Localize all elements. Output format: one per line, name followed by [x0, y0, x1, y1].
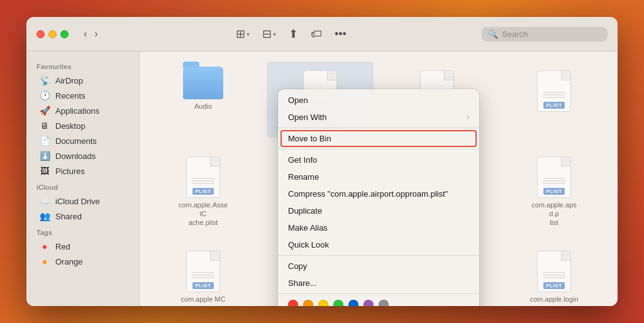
- sidebar-item-airdrop[interactable]: 📡 AirDrop: [29, 73, 136, 88]
- favourites-section-title: Favourites: [26, 58, 139, 73]
- ctx-separator-4: [278, 293, 479, 294]
- color-dot-purple[interactable]: [364, 300, 374, 306]
- downloads-icon: ⬇️: [39, 151, 50, 161]
- tags-section-title: Tags: [26, 224, 139, 239]
- share-button[interactable]: ⬆: [285, 25, 302, 43]
- icloud-section-title: iCloud: [26, 178, 139, 194]
- ctx-quick-look-label: Quick Look: [288, 240, 329, 249]
- tag-icon: 🏷: [311, 28, 322, 41]
- recents-icon: 🕐: [39, 90, 50, 101]
- applications-icon: 🚀: [39, 106, 50, 116]
- context-menu: Open Open With › Move to Bin Get Info Re…: [278, 89, 479, 306]
- sidebar-item-label: Shared: [55, 212, 82, 221]
- more-button[interactable]: •••: [331, 25, 350, 43]
- ctx-make-alias[interactable]: Make Alias: [278, 219, 479, 236]
- ctx-quick-look[interactable]: Quick Look: [278, 236, 479, 253]
- sidebar-item-label: Red: [55, 242, 70, 251]
- color-dot-gray[interactable]: [379, 300, 389, 306]
- ctx-separator-2: [278, 149, 479, 150]
- sidebar-item-label: Applications: [55, 106, 99, 116]
- ctx-open[interactable]: Open: [278, 92, 479, 109]
- ctx-rename[interactable]: Rename: [278, 168, 479, 185]
- chevron-down-icon: ▾: [273, 31, 276, 38]
- ctx-duplicate[interactable]: Duplicate: [278, 202, 479, 219]
- view-grid-button[interactable]: ⊞ ▾: [232, 25, 253, 43]
- ctx-compress-label: Compress "com.apple.airport.opproam.plis…: [288, 189, 448, 199]
- back-button[interactable]: ‹: [81, 27, 89, 41]
- color-dot-row: [278, 296, 479, 306]
- finder-window: ‹ › ⊞ ▾ ⊟ ▾ ⬆ 🏷 ••• 🔍 Search: [26, 17, 618, 306]
- color-dot-blue[interactable]: [348, 300, 358, 306]
- forward-button[interactable]: ›: [92, 27, 100, 41]
- titlebar: ‹ › ⊞ ▾ ⊟ ▾ ⬆ 🏷 ••• 🔍 Search: [26, 17, 618, 52]
- ctx-separator-1: [278, 128, 479, 128]
- sidebar-item-documents[interactable]: 📄 Documents: [29, 133, 136, 148]
- ctx-share-label: Share...: [288, 278, 317, 288]
- desktop-icon: 🖥: [39, 121, 50, 131]
- grid-icon: ⊞: [236, 27, 245, 41]
- shared-icon: 👥: [39, 211, 50, 221]
- color-dot-orange[interactable]: [303, 300, 313, 306]
- sidebar-item-icloud-drive[interactable]: ☁️ iCloud Drive: [29, 194, 136, 209]
- sidebar-item-desktop[interactable]: 🖥 Desktop: [29, 118, 136, 133]
- ellipsis-icon: •••: [335, 28, 347, 41]
- ctx-get-info[interactable]: Get Info: [278, 151, 479, 168]
- color-dot-red[interactable]: [288, 300, 298, 306]
- color-dot-yellow[interactable]: [318, 300, 328, 306]
- airdrop-icon: 📡: [39, 75, 50, 85]
- minimize-button[interactable]: [48, 30, 57, 38]
- close-button[interactable]: [36, 30, 45, 38]
- sidebar-item-pictures[interactable]: 🖼 Pictures: [29, 163, 136, 178]
- window-body: Favourites 📡 AirDrop 🕐 Recents 🚀 Applica…: [26, 52, 618, 306]
- tag-button[interactable]: 🏷: [307, 25, 326, 43]
- chevron-right-icon: ›: [467, 114, 469, 121]
- ctx-copy-label: Copy: [288, 261, 307, 271]
- sidebar-item-recents[interactable]: 🕐 Recents: [29, 88, 136, 103]
- list-icon: ⊟: [262, 27, 272, 41]
- color-dot-green[interactable]: [333, 300, 343, 306]
- sidebar-item-label: Desktop: [55, 121, 86, 131]
- sidebar-item-label: Pictures: [55, 167, 85, 176]
- ctx-open-label: Open: [288, 96, 308, 105]
- ctx-copy[interactable]: Copy: [278, 258, 479, 275]
- sidebar-item-label: Downloads: [55, 151, 96, 161]
- sidebar-item-label: Documents: [55, 136, 97, 146]
- search-placeholder: Search: [502, 30, 528, 39]
- sidebar-item-red-tag[interactable]: ● Red: [29, 239, 136, 254]
- ctx-duplicate-label: Duplicate: [288, 206, 322, 216]
- pictures-icon: 🖼: [39, 166, 50, 176]
- ctx-get-info-label: Get Info: [288, 155, 317, 165]
- icloud-icon: ☁️: [39, 196, 50, 206]
- sidebar-item-label: iCloud Drive: [55, 197, 100, 206]
- ctx-open-with[interactable]: Open With ›: [278, 109, 479, 126]
- sidebar-item-label: Orange: [55, 257, 82, 266]
- ctx-rename-label: Rename: [288, 172, 319, 182]
- sidebar-item-orange-tag[interactable]: ● Orange: [29, 254, 136, 269]
- sidebar-item-label: AirDrop: [55, 76, 83, 85]
- sidebar-item-label: Recents: [55, 91, 86, 101]
- share-icon: ⬆: [289, 27, 298, 41]
- traffic-lights: [36, 30, 69, 38]
- sidebar-item-downloads[interactable]: ⬇️ Downloads: [29, 148, 136, 163]
- chevron-down-icon: ▾: [247, 31, 250, 38]
- ctx-move-to-bin[interactable]: Move to Bin: [280, 130, 477, 147]
- sidebar-item-applications[interactable]: 🚀 Applications: [29, 103, 136, 118]
- ctx-move-to-bin-label: Move to Bin: [288, 134, 331, 143]
- main-content: Audio PLIST com.apple.a.opproam.: [140, 52, 618, 306]
- ctx-open-with-label: Open With: [288, 112, 326, 122]
- search-icon: 🔍: [488, 30, 498, 39]
- sidebar: Favourites 📡 AirDrop 🕐 Recents 🚀 Applica…: [26, 52, 140, 306]
- orange-tag-icon: ●: [39, 256, 50, 266]
- ctx-make-alias-label: Make Alias: [288, 223, 328, 233]
- maximize-button[interactable]: [60, 30, 69, 38]
- nav-buttons: ‹ ›: [81, 27, 101, 41]
- sidebar-item-shared[interactable]: 👥 Shared: [29, 209, 136, 224]
- ctx-compress[interactable]: Compress "com.apple.airport.opproam.plis…: [278, 185, 479, 202]
- red-tag-icon: ●: [39, 241, 50, 251]
- view-list-button[interactable]: ⊟ ▾: [258, 25, 280, 43]
- ctx-share[interactable]: Share...: [278, 275, 479, 292]
- documents-icon: 📄: [39, 136, 50, 146]
- search-box[interactable]: 🔍 Search: [482, 27, 608, 41]
- toolbar-center: ⊞ ▾ ⊟ ▾ ⬆ 🏷 •••: [108, 25, 474, 43]
- ctx-separator-3: [278, 255, 479, 256]
